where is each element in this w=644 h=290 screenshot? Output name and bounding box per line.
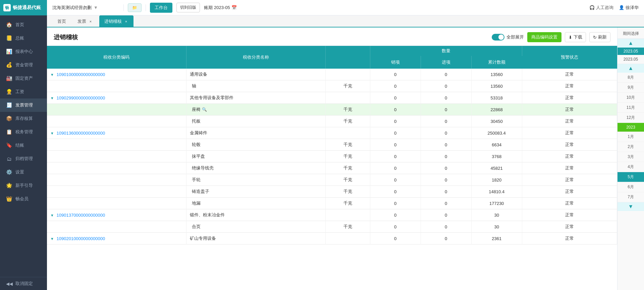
refresh-button[interactable]: ↻ 刷新 <box>589 32 610 42</box>
product-code-button[interactable]: 商品编码设置 <box>527 32 561 42</box>
period-month-11[interactable]: 11月 <box>618 103 644 113</box>
tree-toggle-icon[interactable]: ▼ <box>50 237 54 241</box>
sidebar-item-tax[interactable]: 📋 税务管理 <box>0 125 47 139</box>
assets-icon: 🏭 <box>6 75 12 81</box>
tax-icon: 📋 <box>6 129 12 135</box>
period-scroll-down[interactable]: ▼ <box>618 202 644 211</box>
cell-total: 2361 <box>471 233 522 244</box>
table-row: 铸造盖子 千克 0 0 14810.4 正常 <box>47 186 617 198</box>
sidebar-unpin[interactable]: ◀◀ 取消固定 <box>0 277 47 290</box>
tab-invoice[interactable]: 发票 × <box>72 15 98 27</box>
cell-unit <box>326 127 370 139</box>
funds-icon: 💰 <box>6 62 12 68</box>
sidebar: 畅 畅捷通易代账 🏠 首页 📒 总账 📊 报表中心 💰 资金管理 🏭 固定资产 … <box>0 0 47 290</box>
sidebar-item-assets[interactable]: 🏭 固定资产 <box>0 72 47 85</box>
switch-old-button[interactable]: 切到旧版 <box>176 3 200 12</box>
cell-unit <box>326 233 370 244</box>
cell-purchase: 0 <box>421 116 471 127</box>
table-row: 合页 千克 0 0 30 正常 <box>47 221 617 233</box>
sidebar-label-assets: 固定资产 <box>15 75 33 81</box>
cell-code <box>47 104 186 116</box>
cell-sales: 0 <box>370 162 421 174</box>
cell-sales: 0 <box>370 139 421 151</box>
period-scroll-up[interactable]: ▲ <box>618 39 644 48</box>
table-row: 座椅 🔍 千克 0 0 22868 正常 <box>47 104 617 116</box>
search-icon[interactable]: 🔍 <box>202 107 207 112</box>
company-selector[interactable]: 沈海英测试经营勿删 ▼ <box>52 5 119 11</box>
period-month-7[interactable]: 7月 <box>618 192 644 202</box>
sidebar-item-funds[interactable]: 💰 资金管理 <box>0 58 47 72</box>
sidebar-item-settle[interactable]: 🔖 结账 <box>0 139 47 152</box>
table-row: 绝缘导线壳 千克 0 0 45821 正常 <box>47 162 617 174</box>
cell-code <box>47 80 186 92</box>
cell-sales: 0 <box>370 209 421 221</box>
period-month-9[interactable]: 9月 <box>618 83 644 93</box>
period-month-may-top[interactable]: 2023.05 <box>618 55 644 64</box>
period-label: 账期 <box>204 5 213 11</box>
tree-toggle-icon[interactable]: ▼ <box>50 131 54 135</box>
sidebar-nav: 🏠 首页 📒 总账 📊 报表中心 💰 资金管理 🏭 固定资产 👷 工资 🧾 发票… <box>0 15 47 277</box>
tax-code-value: 10902010000000000000 <box>57 236 105 241</box>
sidebar-item-inventory[interactable]: 📦 库存核算 <box>0 112 47 125</box>
period-month-3[interactable]: 3月 <box>618 152 644 162</box>
tab-reconcile[interactable]: 进销稽核 × <box>99 15 133 27</box>
cell-code <box>47 139 186 151</box>
cell-name: 轴 <box>186 80 326 92</box>
refresh-icon: ↻ <box>593 35 597 40</box>
period-month-4[interactable]: 4月 <box>618 162 644 172</box>
period-month-2[interactable]: 2月 <box>618 142 644 152</box>
th-tax-name: 税收分类名称 <box>186 46 325 69</box>
tab-reconcile-close[interactable]: × <box>124 19 128 24</box>
sidebar-label-tax: 税务管理 <box>15 129 33 135</box>
period-month-8[interactable]: 8月 <box>618 73 644 83</box>
cell-sales: 0 <box>370 80 421 92</box>
cell-unit: 千克 <box>326 116 370 127</box>
download-button[interactable]: ⬇ 下载 <box>565 32 586 42</box>
cell-code <box>47 174 186 186</box>
tree-toggle-icon[interactable]: ▼ <box>50 73 54 77</box>
cell-name: 托板 <box>186 116 326 127</box>
cell-code <box>47 151 186 162</box>
cell-code <box>47 198 186 209</box>
period-month-5[interactable]: 5月 <box>618 172 644 182</box>
period-month-10[interactable]: 10月 <box>618 93 644 103</box>
cell-purchase: 0 <box>421 80 471 92</box>
topbar-divider-2 <box>146 4 146 11</box>
cell-status: 正常 <box>522 139 617 151</box>
period-month-6[interactable]: 6月 <box>618 182 644 192</box>
sidebar-item-settings[interactable]: ⚙️ 设置 <box>0 165 47 179</box>
tab-invoice-close[interactable]: × <box>88 19 93 24</box>
calendar-icon[interactable]: 📅 <box>231 5 237 10</box>
period-scroll-up2[interactable]: ▲ <box>618 64 644 73</box>
archive-icon-btn[interactable]: 📁 <box>128 3 142 12</box>
sidebar-item-member[interactable]: 👑 畅会员 <box>0 192 47 206</box>
archive-icon: 🗂 <box>6 156 12 162</box>
sidebar-item-home[interactable]: 🏠 首页 <box>0 18 47 31</box>
help-button[interactable]: 🎧 人工咨询 <box>589 5 613 11</box>
period-month-1[interactable]: 1月 <box>618 132 644 142</box>
cell-name: 合页 <box>186 221 326 232</box>
tree-toggle-icon[interactable]: ▼ <box>50 213 54 217</box>
cell-unit: 千克 <box>326 198 370 209</box>
user-button[interactable]: 👤 徐泽华 <box>619 5 639 11</box>
sidebar-item-ledger[interactable]: 📒 总账 <box>0 31 47 45</box>
cell-name: 矿山专用设备 <box>186 233 325 244</box>
cell-sales: 0 <box>370 92 421 104</box>
period-month-12[interactable]: 12月 <box>618 113 644 123</box>
download-label: 下载 <box>574 34 582 40</box>
sidebar-item-archive[interactable]: 🗂 归档管理 <box>0 152 47 165</box>
tree-toggle-icon[interactable]: ▼ <box>50 96 54 100</box>
workbench-button[interactable]: 工作台 <box>150 3 172 13</box>
cell-total: 30 <box>471 209 522 221</box>
sidebar-item-payroll[interactable]: 👷 工资 <box>0 85 47 98</box>
app-logo: 畅 畅捷通易代账 <box>0 0 47 15</box>
table-row: ▼ 10901000000000000000 通用设备 0 0 13560 正常 <box>47 69 617 80</box>
th-unit-hidden <box>326 46 370 69</box>
sidebar-item-guide[interactable]: 🌟 新手引导 <box>0 179 47 192</box>
expand-toggle[interactable] <box>492 34 504 41</box>
sidebar-item-reports[interactable]: 📊 报表中心 <box>0 45 47 58</box>
archive-small-icon: 📁 <box>132 5 137 10</box>
cell-sales: 0 <box>370 198 421 209</box>
sidebar-item-invoice-mgmt[interactable]: 🧾 发票管理 <box>0 98 47 112</box>
tab-home[interactable]: 首页 <box>52 15 71 27</box>
